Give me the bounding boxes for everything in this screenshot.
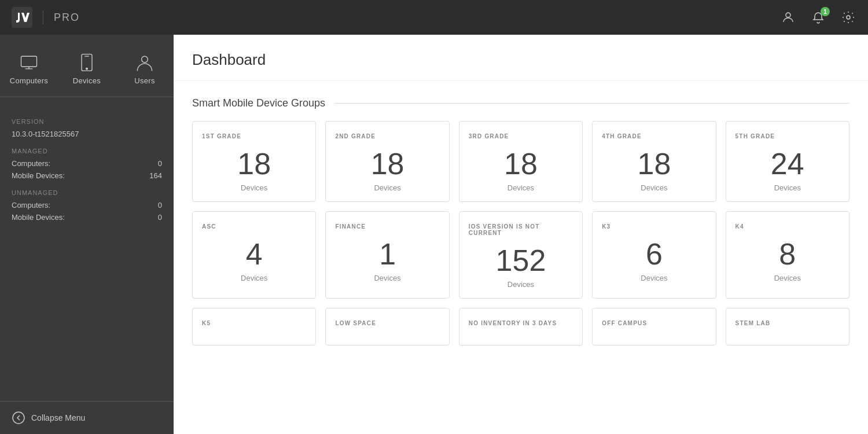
card-5th-grade-count: 24 bbox=[735, 149, 840, 179]
card-3rd-grade-count: 18 bbox=[469, 149, 573, 179]
settings-icon bbox=[841, 10, 855, 24]
managed-label: MANAGED bbox=[12, 148, 162, 155]
card-finance[interactable]: FINANCE 1 Devices bbox=[325, 211, 449, 299]
card-k3[interactable]: K3 6 Devices bbox=[592, 211, 716, 299]
svg-point-5 bbox=[86, 68, 88, 69]
card-off-campus[interactable]: OFF CAMPUS bbox=[592, 308, 716, 345]
managed-devices-row: Mobile Devices: 164 bbox=[12, 171, 162, 180]
svg-rect-3 bbox=[21, 56, 37, 67]
sidebar-item-devices[interactable]: Devices bbox=[58, 46, 116, 91]
managed-devices-label: Mobile Devices: bbox=[12, 171, 65, 180]
card-3rd-grade-devices: Devices bbox=[469, 183, 573, 192]
sidebar: Computers Devices Users VER bbox=[0, 35, 174, 434]
cards-row-3: K5 LOW SPACE NO INVENTORY IN 3 DAYS OFF … bbox=[192, 308, 849, 345]
user-icon-btn[interactable] bbox=[780, 9, 796, 25]
card-5th-grade-devices: Devices bbox=[735, 183, 840, 192]
svg-point-8 bbox=[13, 412, 24, 424]
card-low-space[interactable]: LOW SPACE bbox=[325, 308, 449, 345]
top-nav: PRO 1 bbox=[0, 0, 868, 35]
collapse-menu-button[interactable]: Collapse Menu bbox=[0, 401, 174, 434]
managed-computers-label: Computers: bbox=[12, 159, 50, 168]
unmanaged-devices-label: Mobile Devices: bbox=[12, 213, 65, 222]
card-k3-label: K3 bbox=[602, 223, 706, 230]
jamf-logo-icon bbox=[12, 7, 32, 28]
section-title: Smart Mobile Device Groups bbox=[192, 97, 849, 109]
cards-row-2: ASC 4 Devices FINANCE 1 Devices IOS VERS… bbox=[192, 211, 849, 299]
users-nav-label: Users bbox=[134, 76, 155, 85]
main-content: Dashboard Smart Mobile Device Groups 1ST… bbox=[174, 35, 868, 434]
pro-label: PRO bbox=[54, 12, 80, 24]
collapse-label: Collapse Menu bbox=[31, 413, 85, 422]
card-low-space-label: LOW SPACE bbox=[335, 320, 439, 326]
version-value: 10.3.0-t1521825567 bbox=[12, 130, 162, 138]
sidebar-item-users[interactable]: Users bbox=[116, 46, 174, 91]
card-ios-devices: Devices bbox=[469, 280, 573, 289]
card-4th-grade[interactable]: 4TH GRADE 18 Devices bbox=[592, 121, 716, 202]
content-body: Smart Mobile Device Groups 1ST GRADE 18 … bbox=[174, 81, 868, 371]
card-k4-count: 8 bbox=[735, 239, 840, 269]
version-label: VERSION bbox=[12, 118, 162, 125]
card-1st-grade-label: 1ST GRADE bbox=[202, 133, 306, 139]
users-icon bbox=[134, 52, 155, 73]
card-finance-count: 1 bbox=[335, 239, 439, 269]
card-k5-label: K5 bbox=[202, 320, 306, 326]
card-1st-grade[interactable]: 1ST GRADE 18 Devices bbox=[192, 121, 316, 202]
card-k3-devices: Devices bbox=[602, 274, 706, 282]
sidebar-info: VERSION 10.3.0-t1521825567 MANAGED Compu… bbox=[0, 97, 174, 401]
content-header: Dashboard bbox=[174, 35, 868, 81]
computers-nav-label: Computers bbox=[10, 76, 48, 85]
svg-point-7 bbox=[142, 56, 148, 62]
computers-icon bbox=[19, 52, 39, 73]
card-finance-label: FINANCE bbox=[335, 223, 439, 230]
collapse-icon bbox=[12, 411, 25, 425]
card-ios-version[interactable]: IOS VERSION IS NOT CURRENT 152 Devices bbox=[459, 211, 583, 299]
settings-icon-btn[interactable] bbox=[840, 9, 856, 25]
card-k4-devices: Devices bbox=[735, 274, 840, 282]
card-4th-grade-devices: Devices bbox=[602, 183, 706, 192]
card-3rd-grade-label: 3RD GRADE bbox=[469, 133, 573, 139]
card-k4[interactable]: K4 8 Devices bbox=[726, 211, 849, 299]
card-asc-devices: Devices bbox=[202, 274, 306, 282]
card-5th-grade-label: 5TH GRADE bbox=[735, 133, 840, 139]
unmanaged-computers-value: 0 bbox=[158, 201, 162, 209]
card-no-inventory-label: NO INVENTORY IN 3 DAYS bbox=[469, 320, 573, 326]
unmanaged-devices-row: Mobile Devices: 0 bbox=[12, 213, 162, 222]
card-4th-grade-label: 4TH GRADE bbox=[602, 133, 706, 139]
card-asc[interactable]: ASC 4 Devices bbox=[192, 211, 316, 299]
managed-devices-value: 164 bbox=[149, 171, 162, 180]
card-no-inventory[interactable]: NO INVENTORY IN 3 DAYS bbox=[459, 308, 583, 345]
unmanaged-computers-row: Computers: 0 bbox=[12, 201, 162, 209]
notifications-icon-btn[interactable]: 1 bbox=[810, 9, 826, 25]
managed-computers-row: Computers: 0 bbox=[12, 159, 162, 168]
card-stem-lab[interactable]: STEM LAB bbox=[726, 308, 849, 345]
card-finance-devices: Devices bbox=[335, 274, 439, 282]
card-2nd-grade[interactable]: 2ND GRADE 18 Devices bbox=[325, 121, 449, 202]
card-3rd-grade[interactable]: 3RD GRADE 18 Devices bbox=[459, 121, 583, 202]
sidebar-item-computers[interactable]: Computers bbox=[0, 46, 58, 91]
card-2nd-grade-count: 18 bbox=[335, 149, 439, 179]
notification-badge: 1 bbox=[821, 7, 830, 16]
card-1st-grade-devices: Devices bbox=[202, 183, 306, 192]
sidebar-nav: Computers Devices Users bbox=[0, 35, 174, 97]
unmanaged-devices-value: 0 bbox=[158, 213, 162, 222]
unmanaged-label: UNMANAGED bbox=[12, 189, 162, 196]
page-title: Dashboard bbox=[192, 51, 849, 69]
logo-divider bbox=[43, 10, 43, 24]
card-4th-grade-count: 18 bbox=[602, 149, 706, 179]
card-off-campus-label: OFF CAMPUS bbox=[602, 320, 706, 326]
card-asc-count: 4 bbox=[202, 239, 306, 269]
card-1st-grade-count: 18 bbox=[202, 149, 306, 179]
card-k3-count: 6 bbox=[602, 239, 706, 269]
card-k4-label: K4 bbox=[735, 223, 840, 230]
card-asc-label: ASC bbox=[202, 223, 306, 230]
card-ios-label: IOS VERSION IS NOT CURRENT bbox=[469, 223, 573, 236]
svg-rect-0 bbox=[12, 7, 32, 28]
card-ios-count: 152 bbox=[469, 245, 573, 275]
svg-point-2 bbox=[847, 16, 850, 19]
devices-nav-label: Devices bbox=[73, 76, 101, 85]
card-5th-grade[interactable]: 5TH GRADE 24 Devices bbox=[726, 121, 849, 202]
main-layout: Computers Devices Users VER bbox=[0, 35, 868, 434]
card-stem-lab-label: STEM LAB bbox=[735, 320, 840, 326]
user-icon bbox=[781, 10, 795, 24]
card-k5[interactable]: K5 bbox=[192, 308, 316, 345]
